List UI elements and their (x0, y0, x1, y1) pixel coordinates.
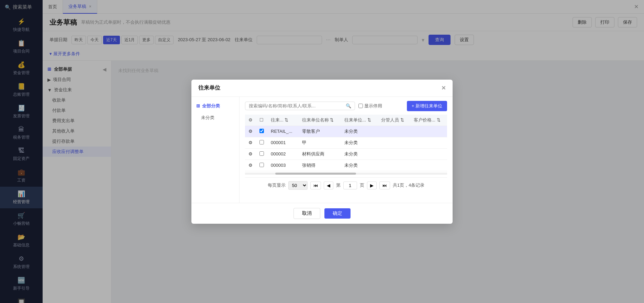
row-price (410, 137, 447, 148)
first-page-btn[interactable]: ⏮ (310, 182, 321, 189)
cancel-button[interactable]: 取消 (293, 208, 320, 219)
row-check[interactable] (256, 137, 267, 148)
row-manager (378, 148, 410, 160)
search-icon: 🔍 (346, 103, 351, 108)
row-name: 张销得 (299, 160, 341, 171)
counterparty-search-box[interactable]: 🔍 (245, 102, 355, 110)
col-price: 客户价格... ⇅ (410, 115, 447, 126)
counterparty-search-input[interactable] (249, 103, 344, 108)
row-price (410, 148, 447, 160)
add-counterparty-button[interactable]: + 新增往来单位 (407, 101, 447, 111)
table-header-row: ⚙ ☐ 往来... ⇅ 往来单位名称 ⇅ 往来单位... ⇅ 分管人员 ⇅ 客户… (245, 115, 447, 126)
modal-footer: 取消 确定 (191, 203, 453, 224)
row-code: 000002 (267, 148, 299, 160)
row-check[interactable] (256, 160, 267, 171)
row-settings[interactable]: ⚙ (245, 126, 256, 137)
modal-left-panel: ⊞ 全部分类 未分类 (191, 97, 240, 203)
scrollbar-thumb (275, 173, 356, 175)
modal-toolbar: 🔍 显示停用 + 新增往来单位 (245, 101, 447, 111)
last-page-btn[interactable]: ⏭ (379, 182, 390, 189)
next-page-btn[interactable]: ▶ (367, 182, 377, 189)
row-check[interactable] (256, 126, 267, 137)
confirm-button[interactable]: 确定 (324, 208, 351, 219)
row-category: 未分类 (341, 160, 378, 171)
page-label-post: 页 (360, 182, 364, 188)
modal-overlay[interactable]: 往来单位 ✕ ⊞ 全部分类 未分类 🔍 (0, 0, 644, 303)
row-code: RETAIL_... (267, 126, 299, 137)
row-price (410, 126, 447, 137)
modal-close-icon[interactable]: ✕ (441, 85, 446, 91)
row-category: 未分类 (341, 137, 378, 148)
col-name: 往来单位名称 ⇅ (299, 115, 341, 126)
row-code: 000003 (267, 160, 299, 171)
col-category: 往来单位... ⇅ (341, 115, 378, 126)
row-name: 材料供应商 (299, 148, 341, 160)
horizontal-scrollbar[interactable] (245, 173, 447, 175)
row-check[interactable] (256, 148, 267, 160)
page-label-pre: 第 (336, 182, 341, 188)
modal-category-all[interactable]: ⊞ 全部分类 (191, 100, 239, 112)
row-category: 未分类 (341, 126, 378, 137)
row-name: 零散客户 (299, 126, 341, 137)
show-disabled-checkbox[interactable] (358, 104, 363, 108)
row-settings[interactable]: ⚙ (245, 148, 256, 160)
modal-category-unclassified[interactable]: 未分类 (191, 112, 239, 124)
row-manager (378, 160, 410, 171)
row-name: 甲 (299, 137, 341, 148)
modal-table-body: ⚙ RETAIL_... 零散客户 未分类 ⚙ 000001 甲 未分类 ⚙ 0… (245, 126, 447, 171)
table-row[interactable]: ⚙ 000003 张销得 未分类 (245, 160, 447, 171)
row-price (410, 160, 447, 171)
per-page-label: 每页显示 (268, 182, 286, 188)
table-row[interactable]: ⚙ RETAIL_... 零散客户 未分类 (245, 126, 447, 137)
table-row[interactable]: ⚙ 000001 甲 未分类 (245, 137, 447, 148)
modal-pagination: 每页显示 50 20 100 ⏮ ◀ 第 页 ▶ ⏭ 共1页，4条记录 (245, 177, 447, 193)
col-check: ☐ (256, 115, 267, 126)
col-settings: ⚙ (245, 115, 256, 126)
row-category: 未分类 (341, 148, 378, 160)
modal-right-panel: 🔍 显示停用 + 新增往来单位 ⚙ ☐ 往来... (240, 97, 453, 203)
counterparty-modal: 往来单位 ✕ ⊞ 全部分类 未分类 🔍 (191, 80, 453, 224)
page-number-input[interactable] (343, 182, 357, 189)
total-label: 共1页，4条记录 (393, 182, 424, 188)
modal-table-scroll[interactable]: ⚙ ☐ 往来... ⇅ 往来单位名称 ⇅ 往来单位... ⇅ 分管人员 ⇅ 客户… (245, 115, 447, 171)
modal-header: 往来单位 ✕ (191, 80, 453, 97)
row-settings[interactable]: ⚙ (245, 160, 256, 171)
counterparty-table: ⚙ ☐ 往来... ⇅ 往来单位名称 ⇅ 往来单位... ⇅ 分管人员 ⇅ 客户… (245, 115, 447, 171)
per-page-select[interactable]: 50 20 100 (288, 181, 308, 190)
show-disabled-label[interactable]: 显示停用 (358, 103, 382, 109)
row-code: 000001 (267, 137, 299, 148)
row-manager (378, 137, 410, 148)
modal-body: ⊞ 全部分类 未分类 🔍 显示停用 (191, 97, 453, 203)
col-manager: 分管人员 ⇅ (378, 115, 410, 126)
modal-title: 往来单位 (198, 84, 220, 92)
col-code: 往来... ⇅ (267, 115, 299, 126)
row-manager (378, 126, 410, 137)
prev-page-btn[interactable]: ◀ (324, 182, 333, 189)
table-row[interactable]: ⚙ 000002 材料供应商 未分类 (245, 148, 447, 160)
row-settings[interactable]: ⚙ (245, 137, 256, 148)
